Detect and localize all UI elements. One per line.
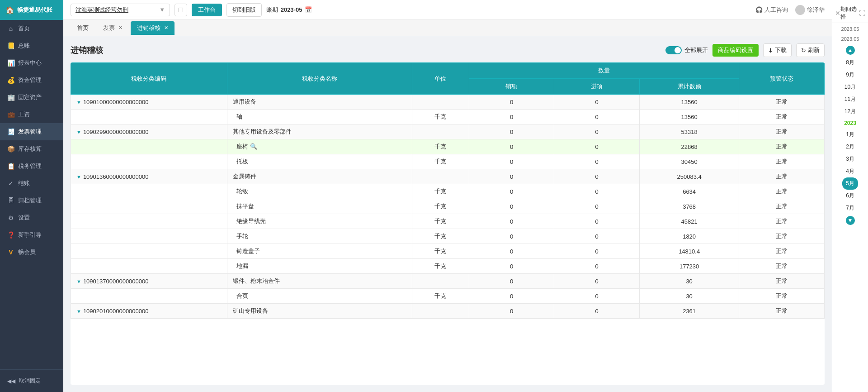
sidebar-item-archive[interactable]: 🗄 归档管理 (0, 192, 63, 209)
sidebar-item-inventory[interactable]: 📦 库存核算 (0, 140, 63, 158)
calendar-icon[interactable]: 📅 (305, 6, 312, 13)
company-selector[interactable]: 沈海英测试经营勿删 ▼ (71, 4, 170, 16)
row-purchase: 0 (554, 184, 640, 199)
row-purchase: 0 (554, 110, 640, 124)
row-sales: 0 (469, 304, 554, 319)
member-icon: V (7, 249, 14, 256)
download-icon: ⬇ (768, 47, 773, 54)
table-row[interactable]: ▼10901370000000000000 锻件、粉末冶金件 0 0 30 正常 (71, 274, 825, 289)
tab-home[interactable]: 首页 (71, 21, 95, 35)
sidebar-item-settings[interactable]: ⚙ 设置 (0, 209, 63, 226)
old-version-button[interactable]: 切到旧版 (226, 3, 262, 17)
row-status: 正常 (739, 95, 825, 110)
table-row[interactable]: 手轮 千克 0 0 1820 正常 (71, 229, 825, 244)
period-month-item[interactable]: 12月 (840, 105, 861, 118)
period-month-item[interactable]: 2月 (840, 141, 861, 153)
panel-close-btn[interactable]: ✕ (835, 10, 840, 17)
row-sales: 0 (469, 184, 554, 199)
table-row[interactable]: 座椅 🔍 千克 0 0 22868 正常 (71, 139, 825, 154)
sidebar-item-funds[interactable]: 💰 资金管理 (0, 72, 63, 89)
table-row[interactable]: 轴 千克 0 0 13560 正常 (71, 110, 825, 124)
period-month-item[interactable]: 1月 (840, 129, 861, 141)
sidebar-item-member[interactable]: V 畅会员 (0, 244, 63, 261)
row-name: 合页 (227, 289, 412, 304)
row-unit: 千克 (412, 229, 469, 244)
row-name: 抹平盘 (227, 199, 412, 214)
download-button[interactable]: ⬇ 下载 (763, 43, 792, 57)
period-month-item[interactable]: 10月 (840, 81, 861, 93)
table-row[interactable]: 合页 千克 0 0 30 正常 (71, 289, 825, 304)
period-month-item[interactable]: 2023 (840, 118, 861, 129)
period-month-item[interactable]: 3月 (840, 153, 861, 165)
unpin-button[interactable]: ◀◀ 取消固定 (0, 373, 63, 388)
period-month-item[interactable]: 7月 (840, 202, 861, 214)
period-month-item[interactable]: 5月 (842, 177, 858, 190)
page-content: 进销稽核 全部展开 商品编码设置 ⬇ 下载 ↻ 刷新 (63, 36, 832, 392)
sidebar-item-assets[interactable]: 🏢 固定资产 (0, 89, 63, 106)
service-button[interactable]: 🎧 人工咨询 (755, 6, 788, 14)
search-icon[interactable]: 🔍 (250, 143, 257, 150)
row-purchase: 0 (554, 244, 640, 259)
sidebar-item-tax[interactable]: 📋 税务管理 (0, 158, 63, 175)
table-row[interactable]: 轮毂 千克 0 0 6634 正常 (71, 184, 825, 199)
row-code: ▼10902010000000000000 (71, 304, 227, 319)
tab-invoices[interactable]: 发票 ✕ (97, 21, 129, 35)
table-row[interactable]: ▼10902010000000000000 矿山专用设备 0 0 2361 正常 (71, 304, 825, 319)
panel-expand-btn[interactable]: ⛶ (859, 10, 865, 17)
period-month-item[interactable]: 11月 (840, 93, 861, 105)
sidebar-item-home[interactable]: ⌂ 首页 (0, 20, 63, 37)
table-row[interactable]: 地漏 千克 0 0 177230 正常 (71, 259, 825, 274)
row-name: 锻件、粉末冶金件 (227, 274, 412, 289)
sidebar-item-invoices[interactable]: 🧾 发票管理 (0, 123, 63, 140)
row-code: ▼10901370000000000000 (71, 274, 227, 289)
period-month-item[interactable]: 6月 (840, 190, 861, 202)
sidebar-item-ledger[interactable]: 📒 总账 (0, 37, 63, 54)
tab-reconcile[interactable]: 进销稽核 ✕ (131, 21, 175, 35)
row-total: 30 (640, 274, 739, 289)
panel-up-arrow[interactable]: ▲ (846, 46, 855, 55)
table-row[interactable]: ▼10901000000000000000 通用设备 0 0 13560 正常 (71, 95, 825, 110)
workspace-button[interactable]: 工作台 (192, 4, 222, 16)
period-month-item[interactable]: 8月 (840, 57, 861, 69)
row-sales: 0 (469, 214, 554, 229)
table-row[interactable]: ▼10902990000000000000 其他专用设备及零部件 0 0 533… (71, 124, 825, 139)
expand-toggle[interactable]: 全部展开 (665, 46, 708, 54)
sidebar-item-reports[interactable]: 📊 报表中心 (0, 54, 63, 72)
toggle-thumb (675, 47, 681, 53)
save-button[interactable]: □ (175, 4, 187, 16)
row-code (71, 259, 227, 274)
assets-icon: 🏢 (7, 94, 14, 101)
table-row[interactable]: 铸造盖子 千克 0 0 14810.4 正常 (71, 244, 825, 259)
sidebar-item-settlement[interactable]: ✓ 结账 (0, 175, 63, 192)
table-row[interactable]: ▼10901360000000000000 金属铸件 0 0 250083.4 … (71, 169, 825, 184)
panel-down-arrow[interactable]: ▼ (846, 216, 855, 225)
row-total: 30 (640, 289, 739, 304)
period-month-item[interactable]: 4月 (840, 165, 861, 177)
row-status: 正常 (739, 304, 825, 319)
sidebar-item-guide[interactable]: ❓ 新手引导 (0, 226, 63, 244)
refresh-button[interactable]: ↻ 刷新 (796, 43, 825, 57)
tabbar: 首页 发票 ✕ 进销稽核 ✕ (63, 20, 832, 36)
row-status: 正常 (739, 139, 825, 154)
row-unit: 千克 (412, 214, 469, 229)
row-unit: 千克 (412, 110, 469, 124)
user-menu[interactable]: 徐泽华 (795, 5, 825, 15)
table-row[interactable]: 绝缘导线壳 千克 0 0 45821 正常 (71, 214, 825, 229)
period-year1[interactable]: 2023.05 (832, 24, 868, 34)
save-icon: □ (179, 6, 183, 14)
period-year2[interactable]: 2023.05 (832, 34, 868, 44)
row-unit (412, 304, 469, 319)
right-period-panel: ✕ 期间选择 ⛶ 2023.05 2023.05 ▲ 8月9月10月11月12月… (832, 0, 868, 392)
table-row[interactable]: 抹平盘 千克 0 0 3768 正常 (71, 199, 825, 214)
tab-reconcile-close[interactable]: ✕ (164, 25, 168, 31)
product-code-button[interactable]: 商品编码设置 (712, 44, 759, 57)
sidebar-item-wages[interactable]: 💼 工资 (0, 106, 63, 123)
row-unit: 千克 (412, 259, 469, 274)
toggle-track[interactable] (665, 46, 682, 54)
row-code (71, 229, 227, 244)
period-month-item[interactable]: 9月 (840, 69, 861, 81)
row-purchase: 0 (554, 154, 640, 169)
tab-invoices-close[interactable]: ✕ (118, 25, 123, 31)
table-row[interactable]: 托板 千克 0 0 30450 正常 (71, 154, 825, 169)
row-total: 22868 (640, 139, 739, 154)
